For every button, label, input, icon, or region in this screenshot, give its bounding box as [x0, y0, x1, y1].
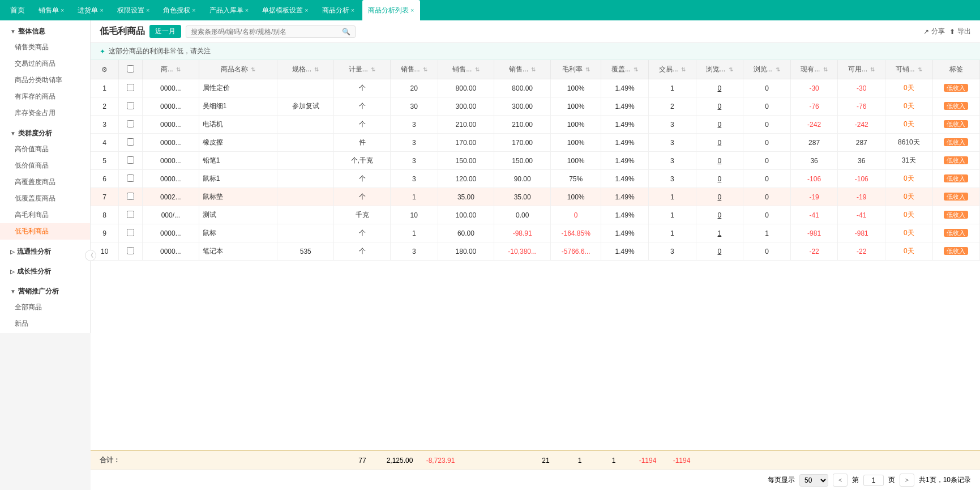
- sidebar-item-traded-products[interactable]: 交易过的商品: [0, 56, 90, 72]
- nav-roles[interactable]: 角色授权×: [157, 0, 201, 20]
- th-spec[interactable]: 规格... ⇅: [277, 60, 334, 79]
- cell-browse1: 0: [696, 116, 743, 134]
- th-browse2[interactable]: 浏览... ⇅: [743, 60, 791, 79]
- close-icon[interactable]: ×: [305, 7, 308, 14]
- nav-purchase[interactable]: 进货单×: [72, 0, 109, 20]
- cell-sale-amount: 800.00: [494, 79, 551, 97]
- nav-permissions[interactable]: 权限设置×: [112, 0, 155, 20]
- totals-label: 合计：: [100, 455, 120, 465]
- sidebar-item-low-margin[interactable]: 低毛利商品: [0, 223, 90, 240]
- per-page-select[interactable]: 50 20 100: [799, 474, 828, 487]
- th-sale-qty[interactable]: 销售... ⇅: [390, 60, 438, 79]
- sidebar-group-marketing-title[interactable]: ▼ 营销推广分析: [0, 284, 90, 299]
- th-unit[interactable]: 计量... ⇅: [334, 60, 391, 79]
- row-checkbox[interactable]: [127, 174, 134, 182]
- sidebar-item-sales-products[interactable]: 销售类商品: [0, 39, 90, 56]
- th-name[interactable]: 商品名称 ⇅: [199, 60, 277, 79]
- sidebar-item-high-margin[interactable]: 高毛利商品: [0, 207, 90, 223]
- nav-template[interactable]: 单据模板设置×: [256, 0, 314, 20]
- prev-page-button[interactable]: ＜: [833, 474, 848, 487]
- row-checkbox[interactable]: [127, 193, 134, 200]
- sidebar-group-overall-title[interactable]: ▼ 整体信息: [0, 24, 90, 39]
- share-button[interactable]: ↗ 分享: [923, 27, 945, 36]
- cell-code: 0000...: [142, 79, 199, 97]
- sidebar-item-high-value[interactable]: 高价值商品: [0, 141, 90, 157]
- nav-product-entry[interactable]: 产品入库单×: [204, 0, 254, 20]
- sidebar-item-high-coverage[interactable]: 高覆盖度商品: [0, 174, 90, 190]
- th-code[interactable]: 商... ⇅: [142, 60, 199, 79]
- next-page-button[interactable]: ＞: [900, 474, 914, 487]
- nav-sales[interactable]: 销售单×: [33, 0, 70, 20]
- th-settings[interactable]: ⚙: [91, 60, 119, 79]
- sidebar-item-category-rate[interactable]: 商品分类助销率: [0, 72, 90, 88]
- cell-browse2: 0: [743, 97, 791, 116]
- th-avail[interactable]: 可用... ⇅: [838, 60, 885, 79]
- cell-stock: 36: [790, 152, 838, 170]
- page-number-input[interactable]: [863, 475, 884, 486]
- row-checkbox[interactable]: [127, 102, 134, 109]
- cell-trade: 3: [648, 116, 696, 134]
- th-browse1[interactable]: 浏览... ⇅: [696, 60, 743, 79]
- sidebar-item-stock-products[interactable]: 有库存的商品: [0, 88, 90, 105]
- row-checkbox[interactable]: [127, 247, 134, 254]
- cell-spec: 参加复试: [277, 97, 334, 116]
- table-area[interactable]: ⚙ 商... ⇅ 商品名称 ⇅ 规格... ⇅ 计量... ⇅ 销售... ⇅ …: [91, 60, 980, 450]
- close-icon[interactable]: ×: [61, 7, 64, 14]
- row-checkbox[interactable]: [127, 156, 134, 164]
- cell-trade: 1: [648, 206, 696, 224]
- cell-code: 0000...: [142, 224, 199, 242]
- sidebar-group-circulation-title[interactable]: ▷ 流通性分析: [0, 244, 90, 259]
- cell-check: [119, 170, 143, 188]
- sidebar-item-new-products[interactable]: 新品: [0, 316, 90, 332]
- th-check: [119, 60, 143, 79]
- cell-sale-price: 300.00: [438, 97, 494, 116]
- cell-coverage: 1.49%: [601, 224, 649, 242]
- sidebar-item-stock-capital[interactable]: 库存资金占用: [0, 105, 90, 121]
- th-sale-price[interactable]: 销售... ⇅: [438, 60, 494, 79]
- sidebar-item-all-products[interactable]: 全部商品: [0, 299, 90, 316]
- close-icon[interactable]: ×: [192, 7, 195, 14]
- th-sale-amount[interactable]: 销售... ⇅: [494, 60, 551, 79]
- date-filter-button[interactable]: 近一月: [149, 25, 181, 38]
- search-input[interactable]: [191, 28, 342, 36]
- export-button[interactable]: ⬆ 导出: [949, 27, 971, 36]
- th-tag[interactable]: 标签: [932, 60, 979, 79]
- nav-home[interactable]: 首页: [5, 0, 31, 20]
- cell-stock: -981: [790, 224, 838, 242]
- cell-num: 9: [91, 224, 119, 242]
- close-icon[interactable]: ×: [146, 7, 149, 14]
- close-icon[interactable]: ×: [351, 7, 354, 14]
- row-checkbox[interactable]: [127, 229, 134, 236]
- cell-sale-qty: 1: [390, 188, 438, 206]
- th-trade[interactable]: 交易... ⇅: [648, 60, 696, 79]
- nav-product-analysis[interactable]: 商品分析×: [316, 0, 360, 20]
- cell-sale-price: 180.00: [438, 242, 494, 261]
- sidebar-toggle[interactable]: 《: [85, 250, 96, 261]
- th-saleable[interactable]: 可销... ⇅: [885, 60, 933, 79]
- row-checkbox[interactable]: [127, 120, 134, 127]
- cell-browse2: 0: [743, 188, 791, 206]
- close-icon[interactable]: ×: [410, 7, 414, 14]
- sidebar-group-growth-title[interactable]: ▷ 成长性分析: [0, 264, 90, 279]
- cell-browse2: 0: [743, 242, 791, 261]
- sidebar-item-low-coverage[interactable]: 低覆盖度商品: [0, 190, 90, 207]
- close-icon[interactable]: ×: [100, 7, 103, 14]
- cell-avail: -19: [838, 188, 885, 206]
- nav-product-analysis-list[interactable]: 商品分析列表×: [362, 0, 420, 20]
- sidebar-item-low-value[interactable]: 低价值商品: [0, 157, 90, 174]
- row-checkbox[interactable]: [127, 84, 134, 91]
- sidebar-group-cluster-title[interactable]: ▼ 类群度分析: [0, 126, 90, 141]
- th-stock[interactable]: 现有... ⇅: [790, 60, 838, 79]
- cell-unit: 件: [334, 134, 391, 152]
- th-coverage[interactable]: 覆盖... ⇅: [601, 60, 649, 79]
- total-avail: -1194: [665, 457, 699, 465]
- th-gross-rate[interactable]: 毛利率 ⇅: [551, 60, 601, 79]
- row-checkbox[interactable]: [127, 138, 134, 146]
- cell-sale-qty: 3: [390, 116, 438, 134]
- search-icon[interactable]: 🔍: [342, 28, 350, 36]
- cell-gross-rate: 100%: [551, 79, 601, 97]
- row-checkbox[interactable]: [127, 211, 134, 218]
- select-all-checkbox[interactable]: [127, 65, 134, 73]
- close-icon[interactable]: ×: [245, 7, 249, 14]
- cell-browse1: 0: [696, 242, 743, 261]
